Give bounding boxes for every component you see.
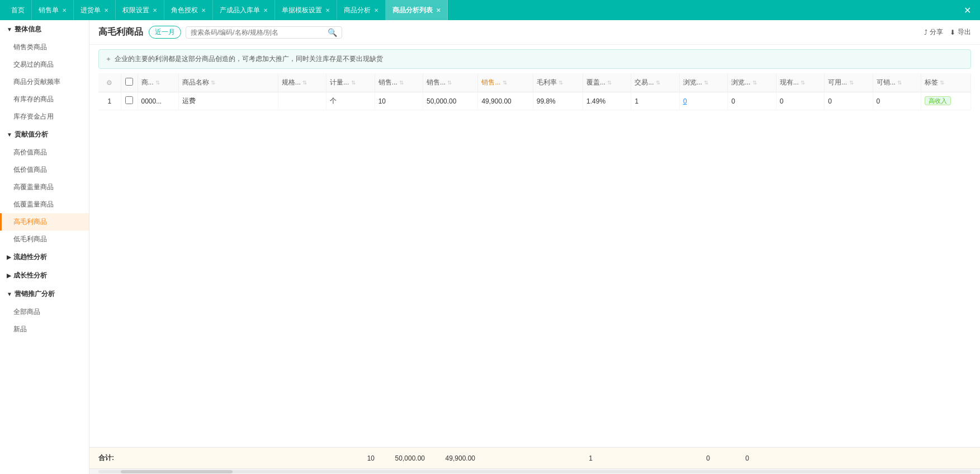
sidebar-item-all-goods[interactable]: 全部商品: [0, 303, 89, 321]
col-gross-margin: 毛利率 ⇅: [533, 73, 583, 92]
sidebar-item-high-value[interactable]: 高价值商品: [0, 144, 89, 161]
sidebar-item-new-goods[interactable]: 新品: [0, 321, 89, 338]
footer-browse1: [596, 454, 635, 462]
cell-sellable: 0: [873, 92, 921, 110]
sidebar-item-traded-goods[interactable]: 交易过的商品: [0, 56, 89, 73]
footer-sales-cost: 49,900.00: [428, 454, 479, 462]
tab-purchase-order[interactable]: 进货单 ✕: [74, 0, 116, 20]
close-tab-inbound[interactable]: ✕: [263, 7, 268, 13]
footer-sales-qty: 10: [339, 454, 378, 462]
sort-avail-icon[interactable]: ⇅: [849, 79, 854, 86]
sidebar-section-trend[interactable]: ▶ 流趋性分析: [0, 248, 89, 266]
tag-badge: 高收入: [925, 96, 951, 105]
export-button[interactable]: ⬇ 导出: [950, 27, 971, 37]
settings-icon[interactable]: ⚙: [106, 79, 112, 87]
col-index: ⚙: [98, 73, 121, 92]
close-all-tabs[interactable]: ✕: [959, 5, 976, 16]
sort-unit-icon[interactable]: ⇅: [351, 79, 356, 86]
tab-template-settings[interactable]: 单据模板设置 ✕: [275, 0, 337, 20]
search-icon[interactable]: 🔍: [328, 28, 337, 37]
col-code: 商... ⇅: [138, 73, 179, 92]
footer-label: 合计:: [98, 453, 165, 463]
export-icon: ⬇: [950, 29, 955, 36]
footer-cells: 10 50,000.00 49,900.00 1 0 0: [165, 454, 971, 462]
sort-amount-icon[interactable]: ⇅: [447, 79, 452, 86]
cell-sales-cost: 49,900.00: [478, 92, 533, 110]
sort-cov-icon[interactable]: ⇅: [607, 79, 612, 86]
sidebar-section-marketing[interactable]: ▼ 营销推广分析: [0, 285, 89, 303]
col-name: 商品名称 ⇅: [179, 73, 278, 92]
sort-spec-icon[interactable]: ⇅: [302, 79, 307, 86]
sidebar-item-stock-fund[interactable]: 库存资金占用: [0, 108, 89, 125]
sidebar-item-low-coverage[interactable]: 低覆盖量商品: [0, 196, 89, 213]
table-row: 1 0000... 运费 个 10 50,000.00 49,900.00 99…: [98, 92, 971, 110]
cell-index: 1: [98, 92, 121, 110]
footer-spacer1: [165, 454, 205, 462]
sidebar-item-high-margin[interactable]: 高毛利商品: [0, 213, 89, 231]
tab-permission-settings[interactable]: 权限设置 ✕: [116, 0, 164, 20]
sort-tag-icon[interactable]: ⇅: [940, 79, 944, 86]
tab-product-analysis[interactable]: 商品分析 ✕: [337, 0, 386, 20]
arrow-overview: ▼: [7, 26, 12, 32]
cell-check[interactable]: [121, 92, 138, 110]
sort-qty-icon[interactable]: ⇅: [399, 79, 404, 86]
col-tag: 标签 ⇅: [921, 73, 971, 92]
footer-spacer4: [294, 454, 339, 462]
cell-spec: [278, 92, 326, 110]
sidebar-section-growth[interactable]: ▶ 成长性分析: [0, 266, 89, 285]
close-tab-template[interactable]: ✕: [325, 7, 330, 13]
sort-trans-icon[interactable]: ⇅: [656, 79, 660, 86]
period-button[interactable]: 近一月: [149, 26, 181, 39]
data-table: ⚙ 商... ⇅ 商品名称 ⇅: [98, 73, 971, 110]
sidebar-item-low-margin[interactable]: 低毛利商品: [0, 231, 89, 248]
search-input[interactable]: [191, 29, 328, 36]
sort-cur-icon[interactable]: ⇅: [801, 79, 805, 86]
tab-product-inbound[interactable]: 产成品入库单 ✕: [213, 0, 275, 20]
scrollbar-thumb[interactable]: [121, 470, 233, 473]
sidebar-toggle[interactable]: «: [89, 236, 89, 259]
sidebar-section-overview[interactable]: ▼ 整体信息: [0, 20, 89, 39]
sort-browse1-icon[interactable]: ⇅: [704, 79, 708, 86]
cell-tag: 高收入: [921, 92, 971, 110]
tab-role-auth[interactable]: 角色授权 ✕: [164, 0, 213, 20]
sidebar: « ▼ 整体信息 销售类商品 交易过的商品 商品分贡献频率 有库存的商品 库存资…: [0, 20, 89, 474]
browse1-link[interactable]: 0: [683, 97, 687, 105]
sort-sell-icon[interactable]: ⇅: [897, 79, 902, 86]
sidebar-item-low-value[interactable]: 低价值商品: [0, 161, 89, 179]
tab-product-analysis-list[interactable]: 商品分析列表 ✕: [386, 0, 448, 20]
col-sales-cost: 销售... ⇅: [478, 73, 533, 92]
sort-browse2-icon[interactable]: ⇅: [752, 79, 757, 86]
col-unit: 计量... ⇅: [326, 73, 375, 92]
close-tab-analysis-list[interactable]: ✕: [436, 7, 441, 13]
sort-gm-icon[interactable]: ⇅: [558, 79, 563, 86]
sort-name-icon[interactable]: ⇅: [211, 79, 215, 86]
close-tab-role[interactable]: ✕: [201, 7, 206, 13]
select-all-checkbox[interactable]: [125, 78, 133, 86]
share-button[interactable]: ⤴ 分享: [924, 27, 943, 37]
bottom-scrollbar[interactable]: [89, 468, 980, 474]
sidebar-item-stocked-goods[interactable]: 有库存的商品: [0, 91, 89, 108]
close-tab-permission[interactable]: ✕: [153, 7, 157, 13]
col-browse2: 浏览... ⇅: [728, 73, 776, 92]
cell-browse1[interactable]: 0: [679, 92, 727, 110]
tab-sales-order[interactable]: 销售单 ✕: [32, 0, 74, 20]
cell-browse2: 0: [728, 92, 776, 110]
close-tab-sales[interactable]: ✕: [62, 7, 67, 13]
row-checkbox[interactable]: [125, 96, 133, 104]
sidebar-section-contribution[interactable]: ▼ 贡献值分析: [0, 125, 89, 144]
tab-home[interactable]: 首页: [4, 0, 32, 20]
footer-total: 合计: 10 50,000.00 49,900.00 1 0 0: [89, 447, 980, 468]
close-tab-purchase[interactable]: ✕: [104, 7, 108, 13]
search-box: 🔍: [186, 26, 342, 39]
content-header: 高毛利商品 近一月 🔍 ⤴ 分享 ⬇ 导出: [89, 20, 980, 45]
scrollbar-track: [98, 470, 971, 473]
sort-code-icon[interactable]: ⇅: [155, 79, 160, 86]
col-coverage: 覆盖... ⇅: [583, 73, 631, 92]
sort-cost-icon[interactable]: ⇅: [503, 79, 507, 86]
arrow-growth: ▶: [7, 273, 11, 279]
sidebar-item-high-coverage[interactable]: 高覆盖量商品: [0, 179, 89, 196]
sidebar-item-contrib-rate[interactable]: 商品分贡献频率: [0, 73, 89, 91]
cell-gross-margin: 99.8%: [533, 92, 583, 110]
sidebar-item-sales-goods[interactable]: 销售类商品: [0, 39, 89, 56]
close-tab-analysis[interactable]: ✕: [374, 7, 378, 13]
